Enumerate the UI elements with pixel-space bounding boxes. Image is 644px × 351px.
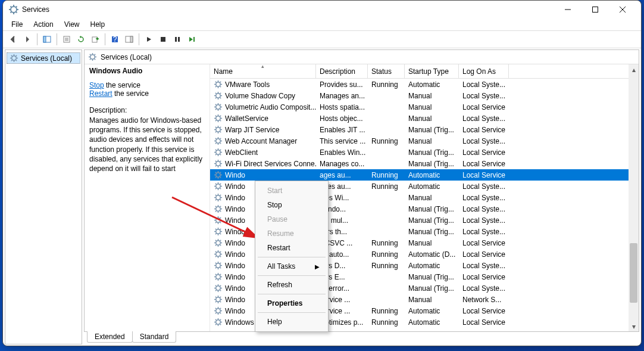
export-button[interactable] bbox=[89, 33, 102, 46]
svg-rect-10 bbox=[593, 7, 598, 13]
svg-line-170 bbox=[215, 233, 217, 234]
cell-logon: Local Syste... bbox=[459, 194, 509, 202]
svg-line-45 bbox=[94, 54, 95, 55]
ctx-restart[interactable]: Restart bbox=[257, 241, 327, 255]
sort-arrow-icon: ▴ bbox=[261, 64, 264, 69]
start-service-button[interactable] bbox=[142, 33, 155, 46]
tree-pane[interactable]: Services (Local) bbox=[5, 49, 82, 344]
ctx-refresh[interactable]: Refresh bbox=[257, 278, 327, 292]
svg-rect-23 bbox=[130, 36, 133, 42]
svg-line-81 bbox=[220, 116, 221, 117]
svg-line-8 bbox=[16, 7, 17, 8]
tree-node-services-local[interactable]: Services (Local) bbox=[7, 52, 80, 64]
cell-logon: Local Syste... bbox=[459, 284, 509, 293]
table-row[interactable]: VMware ToolsProvides su...RunningAutomat… bbox=[210, 79, 639, 90]
gear-icon bbox=[214, 284, 223, 293]
svg-line-115 bbox=[220, 165, 221, 166]
back-button[interactable] bbox=[7, 33, 20, 46]
cell-name: Warp JIT Service bbox=[210, 125, 316, 134]
cell-logon: Local Syste... bbox=[459, 262, 509, 270]
cell-logon: Local Service bbox=[459, 307, 509, 315]
svg-line-168 bbox=[215, 229, 217, 230]
menu-view[interactable]: View bbox=[60, 19, 85, 30]
cell-startup: Manual bbox=[405, 114, 459, 123]
gear-icon bbox=[214, 170, 223, 179]
cell-logon: Network S... bbox=[459, 296, 509, 304]
svg-line-52 bbox=[220, 86, 221, 87]
menu-file[interactable]: File bbox=[7, 19, 27, 30]
ctx-help[interactable]: Help bbox=[257, 315, 327, 329]
gear-icon bbox=[214, 318, 223, 327]
ctx-stop[interactable]: Stop bbox=[257, 198, 327, 212]
restart-text: the service bbox=[112, 89, 149, 98]
cell-startup: Manual (Trig... bbox=[405, 273, 459, 281]
col-name[interactable]: ▴Name bbox=[210, 64, 316, 78]
gear-icon bbox=[214, 102, 223, 111]
cell-logon: Local Service bbox=[459, 126, 509, 134]
restart-link[interactable]: Restart bbox=[89, 89, 112, 98]
show-hide-tree-button[interactable] bbox=[40, 33, 54, 46]
cell-startup: Manual bbox=[405, 239, 459, 247]
minimize-button[interactable] bbox=[554, 1, 582, 18]
svg-line-205 bbox=[220, 278, 221, 279]
table-row[interactable]: Volumetric Audio Composit...Hosts spatia… bbox=[210, 101, 639, 113]
menu-action[interactable]: Action bbox=[29, 19, 58, 30]
restart-service-button[interactable] bbox=[185, 33, 198, 46]
tab-standard[interactable]: Standard bbox=[132, 331, 177, 343]
cell-logon: Local Service bbox=[459, 160, 509, 168]
cell-logon: Local Syste... bbox=[459, 92, 509, 100]
svg-line-216 bbox=[220, 285, 221, 287]
table-row[interactable]: Windoages au...RunningAutomaticLocal Ser… bbox=[210, 169, 639, 181]
svg-line-70 bbox=[220, 108, 221, 110]
cell-startup: Manual (Trig... bbox=[405, 284, 459, 293]
scroll-down-button[interactable]: ▾ bbox=[629, 321, 639, 331]
cell-startup: Manual bbox=[405, 92, 459, 100]
tab-extended[interactable]: Extended bbox=[87, 331, 133, 343]
svg-line-53 bbox=[215, 86, 217, 87]
list-header: Services (Local) bbox=[85, 50, 639, 64]
svg-rect-14 bbox=[43, 36, 46, 42]
svg-line-162 bbox=[220, 218, 221, 219]
col-log-on-as[interactable]: Log On As bbox=[459, 64, 509, 78]
svg-line-214 bbox=[220, 290, 221, 291]
svg-line-117 bbox=[220, 161, 221, 162]
scroll-up-button[interactable]: ▴ bbox=[629, 64, 639, 74]
col-description[interactable]: Description bbox=[316, 64, 368, 78]
col-status[interactable]: Status bbox=[368, 64, 405, 78]
table-row[interactable]: Web Account ManagerThis service ...Runni… bbox=[210, 135, 639, 147]
svg-line-135 bbox=[220, 184, 221, 185]
table-row[interactable]: Warp JIT ServiceEnables JIT ...Manual (T… bbox=[210, 124, 639, 135]
svg-line-63 bbox=[220, 93, 221, 94]
ctx-all-tasks[interactable]: All Tasks▶ bbox=[257, 259, 327, 274]
help-button[interactable]: ? bbox=[108, 33, 121, 46]
table-row[interactable]: WalletServiceHosts objec...ManualLocal S… bbox=[210, 113, 639, 124]
table-row[interactable]: WebClientEnables Win...Manual (Trig...Lo… bbox=[210, 147, 639, 158]
scroll-thumb[interactable] bbox=[630, 243, 637, 303]
ctx-properties[interactable]: Properties bbox=[257, 296, 327, 310]
show-hide-action-pane-button[interactable] bbox=[123, 33, 136, 46]
vertical-scrollbar[interactable]: ▴ ▾ bbox=[629, 64, 639, 331]
table-row[interactable]: Volume Shadow CopyManages an...ManualLoc… bbox=[210, 90, 639, 101]
svg-point-82 bbox=[216, 128, 221, 132]
forward-button[interactable] bbox=[21, 33, 34, 46]
svg-line-114 bbox=[215, 161, 217, 162]
gear-icon bbox=[214, 238, 223, 247]
svg-line-107 bbox=[215, 154, 217, 155]
svg-point-217 bbox=[216, 297, 221, 302]
col-startup-type[interactable]: Startup Type bbox=[405, 64, 459, 78]
table-row[interactable]: Wi-Fi Direct Services Conne...Manages co… bbox=[210, 158, 639, 169]
stop-link[interactable]: Stop bbox=[89, 81, 104, 89]
properties-button[interactable] bbox=[60, 33, 73, 46]
cell-startup: Manual (Trig... bbox=[405, 228, 459, 236]
refresh-button[interactable] bbox=[74, 33, 87, 46]
cell-logon: Local Syste... bbox=[459, 216, 509, 225]
menu-help[interactable]: Help bbox=[86, 19, 110, 30]
cell-startup: Automatic bbox=[405, 307, 459, 315]
svg-line-108 bbox=[220, 150, 221, 151]
cell-description: Hosts spatia... bbox=[316, 103, 368, 111]
close-button[interactable] bbox=[609, 1, 636, 18]
stop-service-button[interactable] bbox=[157, 33, 170, 46]
cell-status: Running bbox=[368, 80, 405, 89]
maximize-button[interactable] bbox=[582, 1, 609, 18]
pause-service-button[interactable] bbox=[171, 33, 184, 46]
